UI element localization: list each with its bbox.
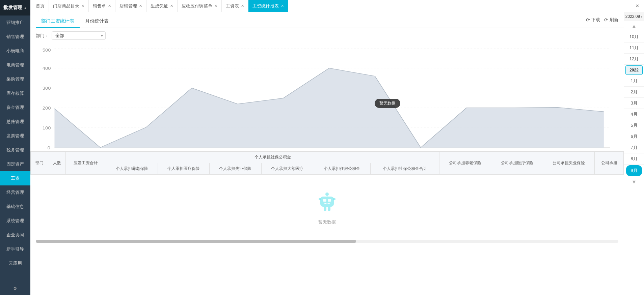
- empty-robot-icon: [314, 188, 341, 215]
- svg-rect-18: [324, 207, 326, 211]
- tab-payroll[interactable]: 工资表 ✕: [222, 0, 248, 12]
- tab-store-close[interactable]: ✕: [139, 4, 142, 8]
- calendar-month-10[interactable]: 10月: [624, 31, 644, 42]
- sidebar-item-zhangzhang[interactable]: 总账管理: [0, 115, 30, 129]
- sidebar-item-zijin[interactable]: 资金管理: [0, 100, 30, 115]
- svg-rect-17: [333, 198, 336, 200]
- tab-sales-close[interactable]: ✕: [108, 4, 111, 8]
- sidebar-item-xiaochang[interactable]: 小畅电商: [0, 44, 30, 58]
- calendar-dropdown-icon[interactable]: ▾: [641, 14, 643, 19]
- tab-sales[interactable]: 销售单 ✕: [89, 0, 115, 12]
- sub-tab-dept-label: 部门工资统计表: [41, 18, 74, 24]
- sidebar-item-xitong[interactable]: 系统管理: [0, 214, 30, 228]
- download-button[interactable]: ⟳ 下载: [586, 17, 600, 23]
- dept-select[interactable]: 全部: [52, 31, 106, 40]
- refresh-button[interactable]: ⟳ 刷新: [604, 17, 618, 23]
- sidebar-title: 批发管理: [3, 5, 22, 11]
- th-company-old: 公司承担养老保险: [439, 152, 491, 175]
- th-personal-housing: 个人承担住房公积金: [313, 163, 370, 175]
- sub-tab-month-label: 月份统计表: [85, 18, 109, 24]
- toolbar-actions: ⟳ 下载 ⟳ 刷新: [586, 17, 618, 23]
- th-personal-unemployment: 个人承担失业保险: [210, 163, 261, 175]
- calendar-month-8[interactable]: 8月: [624, 153, 644, 165]
- sidebar-item-yingxiao[interactable]: 营销推广: [0, 16, 30, 30]
- page-content: 部门工资统计表 月份统计表 ⟳ 下载 ⟳ 刷新: [30, 12, 624, 295]
- calendar-month-7[interactable]: 7月: [624, 142, 644, 153]
- refresh-label: 刷新: [610, 17, 618, 23]
- calendar-month-6[interactable]: 6月: [624, 131, 644, 142]
- calendar-month-4[interactable]: 4月: [624, 109, 644, 120]
- data-table: 部门 人数 应发工资合计 个人承担社保公积金 公司承担养老保险 公司承担医疗保险…: [30, 151, 624, 175]
- tab-payroll-report-close[interactable]: ✕: [281, 4, 284, 8]
- tab-product-catalog-close[interactable]: ✕: [81, 4, 84, 8]
- calendar-year-label: 2022.09: [625, 14, 640, 19]
- empty-state: 暂无数据: [30, 175, 624, 239]
- th-personal-total: 个人承担社保公积金合计: [371, 163, 439, 175]
- th-count: 人数: [48, 152, 66, 175]
- tab-home[interactable]: 首页: [32, 0, 49, 12]
- calendar-month-5[interactable]: 5月: [624, 120, 644, 131]
- svg-text:100: 100: [43, 126, 51, 130]
- sidebar-arrow-icon: ▲: [24, 6, 27, 10]
- svg-rect-15: [328, 199, 331, 202]
- svg-rect-19: [328, 207, 330, 211]
- sub-tab-dept[interactable]: 部门工资统计表: [36, 16, 80, 28]
- sidebar-item-yunyingyong[interactable]: 云应用: [0, 256, 30, 270]
- calendar-year-header: 2022.09 ▾: [624, 12, 644, 21]
- th-personal-old: 个人承担养老保险: [106, 163, 158, 175]
- tab-store-label: 店铺管理: [119, 3, 137, 9]
- calendar-month-2[interactable]: 2月: [624, 87, 644, 98]
- sidebar-item-kucun[interactable]: 库存核算: [0, 86, 30, 100]
- sidebar-item-jichu[interactable]: 基础信息: [0, 200, 30, 214]
- sidebar-item-shuiwu[interactable]: 税务管理: [0, 143, 30, 157]
- tab-home-label: 首页: [36, 3, 45, 9]
- th-company-other: 公司承担: [595, 152, 624, 175]
- th-dept: 部门: [31, 152, 48, 175]
- sidebar-item-gudingzichan[interactable]: 固定资产: [0, 157, 30, 171]
- svg-rect-16: [319, 198, 321, 200]
- sidebar-item-xinshou[interactable]: 新手引导: [0, 242, 30, 256]
- sidebar-item-caigou[interactable]: 采购管理: [0, 72, 30, 86]
- download-label: 下载: [591, 17, 600, 23]
- calendar-month-11[interactable]: 11月: [624, 42, 644, 54]
- tab-adjustment-label: 应收应付调整单: [182, 3, 212, 9]
- tab-adjustment-close[interactable]: ✕: [214, 4, 217, 8]
- sub-tab-month[interactable]: 月份统计表: [80, 16, 114, 28]
- tab-voucher-close[interactable]: ✕: [170, 4, 173, 8]
- dept-select-wrapper: 全部: [52, 31, 106, 40]
- calendar-month-12[interactable]: 12月: [624, 54, 644, 65]
- th-company-medical: 公司承担医疗保险: [491, 152, 543, 175]
- tab-product-catalog[interactable]: 门店商品目录 ✕: [49, 0, 89, 12]
- sidebar-item-gongzi[interactable]: 工资: [0, 171, 30, 185]
- tab-voucher[interactable]: 生成凭证 ✕: [146, 0, 178, 12]
- tab-payroll-close[interactable]: ✕: [241, 4, 244, 8]
- calendar-current-year: 2022: [625, 65, 643, 75]
- download-icon: ⟳: [586, 17, 590, 23]
- sidebar-item-fapiao[interactable]: 发票管理: [0, 129, 30, 143]
- global-close-button[interactable]: ✕: [632, 3, 643, 8]
- main-area: 首页 门店商品目录 ✕ 销售单 ✕ 店铺管理 ✕ 生成凭证 ✕ 应收应付调整单 …: [30, 0, 644, 295]
- sidebar-header[interactable]: 批发管理 ▲: [0, 0, 30, 16]
- th-personal-group: 个人承担社保公积金: [106, 152, 439, 163]
- horizontal-scrollbar[interactable]: [36, 240, 618, 243]
- scrollbar-thumb: [36, 240, 356, 243]
- th-personal-major-medical: 个人承担大额医疗: [261, 163, 313, 175]
- tab-payroll-report[interactable]: 工资统计报表 ✕: [248, 0, 288, 12]
- sub-tabs: 部门工资统计表 月份统计表: [30, 12, 119, 28]
- calendar-month-3[interactable]: 3月: [624, 98, 644, 109]
- sidebar-settings[interactable]: ⚙: [0, 282, 30, 295]
- tab-store[interactable]: 店铺管理 ✕: [115, 0, 146, 12]
- calendar-down-nav[interactable]: ▼: [624, 177, 644, 187]
- sidebar-item-qiye[interactable]: 企业协同: [0, 228, 30, 242]
- sidebar-item-xiaoshou[interactable]: 销售管理: [0, 30, 30, 44]
- tab-adjustment[interactable]: 应收应付调整单 ✕: [178, 0, 222, 12]
- sidebar-item-dianshangguan[interactable]: 电商管理: [0, 58, 30, 72]
- sidebar-item-jingying[interactable]: 经营管理: [0, 185, 30, 200]
- calendar-month-9[interactable]: 9月: [626, 165, 642, 176]
- svg-text:0: 0: [48, 146, 51, 150]
- calendar-month-1[interactable]: 1月: [624, 76, 644, 87]
- svg-text:300: 300: [43, 86, 51, 91]
- chart-area: 0 100 200 300 400 500: [30, 43, 624, 151]
- calendar-up-nav[interactable]: ▲: [624, 21, 644, 31]
- svg-rect-13: [320, 197, 334, 207]
